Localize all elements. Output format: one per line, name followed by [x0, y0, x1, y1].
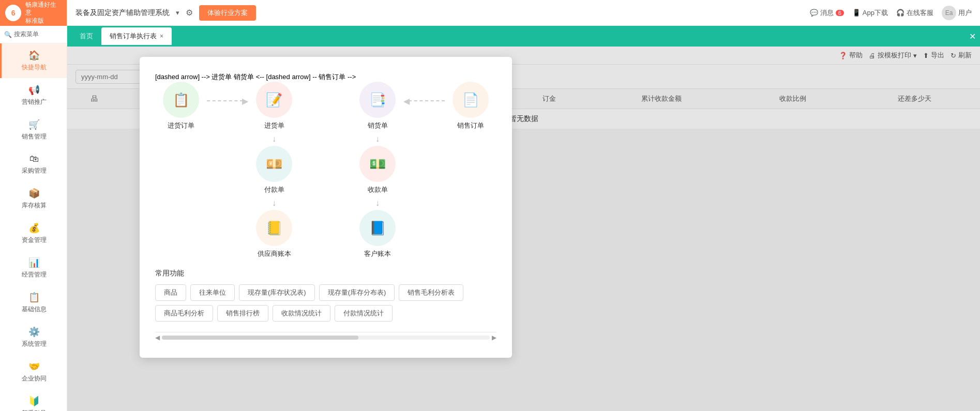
purchase-order-label: 进货订单 [168, 121, 194, 130]
system-title: 装备及固定资产辅助管理系统 [76, 8, 170, 18]
tab-bar: 首页 销售订单执行表 × ✕ [67, 26, 980, 47]
enterprise-icon: 🤝 [28, 361, 40, 372]
func-btn-sales-margin[interactable]: 销售毛利分析表 [399, 284, 463, 301]
func-btn-stock-status[interactable]: 现存量(库存状况表) [239, 284, 315, 301]
func-btn-product[interactable]: 商品 [155, 284, 186, 301]
inventory-icon: 📦 [28, 188, 40, 199]
sale-slip-label: 销货单 [368, 121, 388, 130]
scroll-right-arrow[interactable]: ▶ [492, 334, 496, 341]
scroll-left-arrow[interactable]: ◀ [155, 334, 160, 341]
finance-icon: 💰 [28, 222, 40, 234]
flow-item-sale-slip[interactable]: 📑 销货单 [352, 82, 403, 130]
flow-item-payment[interactable]: 💴 付款单 [248, 146, 300, 194]
func-btn-payment-stats[interactable]: 付款情况统计 [335, 305, 393, 322]
trial-button[interactable]: 体验行业方案 [199, 5, 256, 21]
customer-ledger-circle[interactable]: 📘 [359, 210, 396, 246]
modal-scrollbar[interactable]: ◀ ▶ [155, 332, 496, 342]
func-buttons: 商品 往来单位 现存量(库存状况表) 现存量(库存分布表) 销售毛利分析表 商品… [155, 284, 496, 322]
main-area: 装备及固定资产辅助管理系统 ▾ ⚙ 体验行业方案 💬 消息 6 📱 App下载 … [67, 0, 980, 411]
sidebar-item-sales[interactable]: 🛒 销售管理 [0, 113, 67, 147]
flow-item-purchase-order[interactable]: 📋 进货订单 [155, 82, 207, 130]
sidebar-item-quick-nav[interactable]: 🏠 快捷导航 [0, 43, 67, 78]
flow-item-sales-order[interactable]: 📄 销售订单 [445, 82, 496, 130]
app-download-item[interactable]: 📱 App下载 [852, 8, 888, 18]
top-header: 装备及固定资产辅助管理系统 ▾ ⚙ 体验行业方案 💬 消息 6 📱 App下载 … [67, 0, 980, 26]
sidebar: 6 畅康通好生意 标准版 🔍 搜索菜单 🏠 快捷导航 📢 营销推广 🛒 销售管理… [0, 0, 67, 411]
flow-item-receipt[interactable]: 💵 收款单 [352, 146, 403, 194]
flow-item-customer-ledger[interactable]: 📘 客户账本 [352, 210, 403, 258]
modal-overlay: [dashed arrow] --> 进货单 销货单 <-- [dashed a… [67, 47, 980, 411]
sales-order-label: 销售订单 [457, 121, 484, 130]
scroll-track[interactable] [162, 336, 490, 340]
tab-bar-close-icon[interactable]: ✕ [969, 32, 976, 41]
guide-icon: 🔰 [28, 395, 40, 407]
tab-sales-order[interactable]: 销售订单执行表 × [101, 27, 172, 45]
home-icon: 🏠 [28, 50, 40, 61]
basic-info-icon: 📋 [28, 292, 40, 303]
payment-circle[interactable]: 💴 [256, 146, 292, 182]
sidebar-item-operations[interactable]: 📊 经营管理 [0, 251, 67, 285]
sidebar-item-purchase[interactable]: 🛍 采购管理 [0, 147, 67, 181]
logo-icon: 6 [5, 5, 21, 21]
receipt-label: 收款单 [368, 185, 388, 194]
scroll-thumb [162, 336, 358, 340]
func-btn-partner[interactable]: 往来单位 [190, 284, 235, 301]
quick-nav-modal: [dashed arrow] --> 进货单 销货单 <-- [dashed a… [140, 57, 512, 358]
message-icon: 💬 [810, 9, 818, 17]
search-icon: 🔍 [4, 31, 12, 38]
receipt-circle[interactable]: 💵 [359, 146, 396, 182]
func-btn-receipt-stats[interactable]: 收款情况统计 [273, 305, 330, 322]
purchase-slip-circle[interactable]: 📝 [256, 82, 292, 118]
flow-item-purchase-slip[interactable]: 📝 进货单 [248, 82, 300, 130]
message-item[interactable]: 💬 消息 6 [810, 8, 844, 18]
sidebar-item-basic-info[interactable]: 📋 基础信息 [0, 285, 67, 320]
content-area: ❓ 帮助 🖨 按模板打印 ▾ ⬆ 导出 ↻ 刷新 [67, 47, 980, 411]
system-icon: ⚙️ [28, 326, 40, 338]
sidebar-item-enterprise[interactable]: 🤝 企业协同 [0, 355, 67, 389]
sidebar-item-system[interactable]: ⚙️ 系统管理 [0, 320, 67, 355]
flow-item-supplier-ledger[interactable]: 📒 供应商账本 [248, 210, 300, 258]
online-service-item[interactable]: 🎧 在线客服 [896, 8, 933, 18]
func-btn-product-margin[interactable]: 商品毛利分析 [155, 305, 213, 322]
sidebar-item-marketing[interactable]: 📢 营销推广 [0, 78, 67, 113]
supplier-ledger-label: 供应商账本 [258, 249, 291, 258]
download-icon: 📱 [852, 9, 861, 17]
sidebar-item-finance[interactable]: 💰 资金管理 [0, 216, 67, 251]
purchase-icon: 🛍 [29, 154, 39, 164]
sidebar-item-guide[interactable]: 🔰 新手引导 [0, 389, 67, 411]
message-badge: 6 [836, 10, 844, 16]
sales-order-circle[interactable]: 📄 [453, 82, 489, 118]
tab-home[interactable]: 首页 [71, 27, 101, 45]
tab-close-icon[interactable]: × [160, 33, 163, 40]
supplier-ledger-circle[interactable]: 📒 [256, 210, 292, 246]
sales-icon: 🛒 [28, 119, 40, 130]
service-icon: 🎧 [896, 9, 904, 17]
common-functions-title: 常用功能 [155, 269, 496, 278]
flow-section: [dashed arrow] --> 进货单 销货单 <-- [dashed a… [155, 72, 496, 258]
sale-slip-circle[interactable]: 📑 [359, 82, 396, 118]
settings-icon[interactable]: ⚙ [186, 8, 193, 18]
payment-label: 付款单 [264, 185, 284, 194]
purchase-slip-label: 进货单 [264, 121, 284, 130]
dropdown-arrow[interactable]: ▾ [176, 9, 179, 17]
user-item[interactable]: Ea 用户 [942, 6, 972, 20]
purchase-order-circle[interactable]: 📋 [163, 82, 199, 118]
sidebar-logo: 6 畅康通好生意 标准版 [0, 0, 67, 26]
avatar: Ea [942, 6, 956, 20]
func-btn-sales-rank[interactable]: 销售排行榜 [217, 305, 268, 322]
logo-text: 畅康通好生意 标准版 [25, 1, 62, 25]
customer-ledger-label: 客户账本 [364, 249, 391, 258]
header-right: 💬 消息 6 📱 App下载 🎧 在线客服 Ea 用户 [810, 6, 972, 20]
sidebar-search[interactable]: 🔍 搜索菜单 [0, 26, 67, 43]
sidebar-item-inventory[interactable]: 📦 库存核算 [0, 181, 67, 216]
operations-icon: 📊 [28, 257, 40, 268]
marketing-icon: 📢 [28, 84, 40, 96]
func-btn-stock-dist[interactable]: 现存量(库存分布表) [319, 284, 395, 301]
